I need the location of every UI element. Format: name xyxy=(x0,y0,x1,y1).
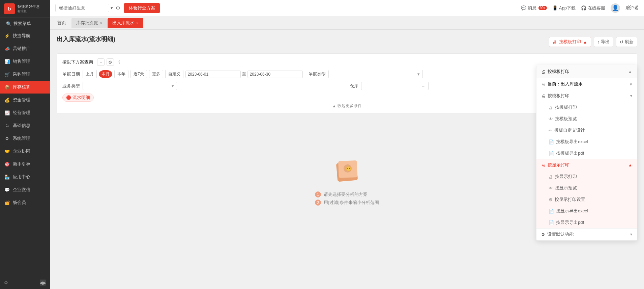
doc-type-label: 单据类型 xyxy=(308,71,326,77)
sidebar-collapse-btn[interactable]: ◀▶ xyxy=(40,280,46,286)
dropdown-item-display-excel[interactable]: 📄 按显示导出excel xyxy=(536,205,637,217)
item-preview-icon: 👁 xyxy=(549,116,553,122)
tip2-text: 用[过滤]条件来缩小分析范围 xyxy=(324,200,379,206)
display-section-header[interactable]: 🖨 按显示打印 ▲ xyxy=(536,159,637,171)
date-btn-last-month[interactable]: 上月 xyxy=(83,70,97,78)
warehouse-label: 仓库 xyxy=(350,83,358,89)
date-btn-more[interactable]: 更多 xyxy=(149,70,163,78)
sidebar-search[interactable]: 🔍 搜索菜单 xyxy=(0,18,50,29)
base-icon: 🗂 xyxy=(4,123,10,129)
sidebar-item-marketing[interactable]: 📣 营销推广 xyxy=(0,42,50,55)
sidebar-item-quick-nav[interactable]: ⚡ 快捷导航 xyxy=(0,29,50,42)
export-label: 导出 xyxy=(601,39,610,45)
dropdown-item-display-preview[interactable]: 👁 按显示预览 xyxy=(536,182,637,194)
sidebar-item-app-center[interactable]: 🏪 应用中心 xyxy=(0,170,50,183)
date-filter: 上月 本月 本年 近7天 更多 自定义 至 xyxy=(83,70,303,78)
sidebar-item-wechat[interactable]: 💬 企业微信 xyxy=(0,183,50,196)
workspace-input[interactable] xyxy=(55,4,109,12)
date-to-input[interactable] xyxy=(247,71,303,78)
display-section-icon: 🖨 xyxy=(541,163,546,168)
date-btn-7days[interactable]: 近7天 xyxy=(130,70,147,78)
dropdown-panel-collapse-btn[interactable]: ▲ xyxy=(628,69,632,74)
dropdown-item-template-custom[interactable]: ✏ 模板自定义设计 xyxy=(536,125,637,136)
refresh-btn[interactable]: ↺ 刷新 xyxy=(616,37,637,47)
close-tab-icon[interactable]: ✕ xyxy=(627,4,632,10)
dropdown-section-display: 🖨 按显示打印 ▲ 🖨 按显示打印 👁 按显示预览 ⚙ 按显示打印设置 xyxy=(536,159,637,229)
template-print-btn[interactable]: 🖨 按模板打印 ▲ xyxy=(549,37,591,47)
sidebar-item-sales[interactable]: 📊 销售管理 xyxy=(0,55,50,68)
messages-badge: 99+ xyxy=(538,6,547,10)
messages-label: 消息 xyxy=(528,5,536,11)
dropdown-item-template-pdf[interactable]: 📄 按模板导出pdf xyxy=(536,148,637,159)
tab-flow[interactable]: 出入库流水 × xyxy=(108,18,143,28)
logo-text: 畅捷通好生意 xyxy=(18,4,40,9)
purchase-icon: 🛒 xyxy=(4,71,10,77)
empty-tips: 1 请先选择要分析的方案 2 用[过滤]条件来缩小分析范围 xyxy=(315,191,379,208)
collapse-more-btn[interactable]: ▲ 收起更多条件 xyxy=(332,103,362,109)
maximize-icon[interactable]: ⤢ xyxy=(634,4,639,10)
search-settings-btn[interactable]: ⚙ xyxy=(107,58,114,66)
collab-icon: 🤝 xyxy=(4,148,10,154)
default-section-label: ⚙ 设置默认功能 xyxy=(541,231,574,237)
topbar-gear-icon[interactable]: ⚙ xyxy=(116,5,120,11)
sidebar-item-finance[interactable]: 💰 资金管理 xyxy=(0,94,50,106)
template-print-label: 按模板打印 xyxy=(559,39,581,45)
user-avatar[interactable]: 👤 xyxy=(611,3,620,13)
sidebar-item-operations[interactable]: 📈 经营管理 xyxy=(0,106,50,119)
sidebar-item-member[interactable]: 👑 畅会员 xyxy=(0,196,50,209)
filter-tag[interactable]: 🔴 流水明细 xyxy=(62,94,94,102)
item-excel-icon: 📄 xyxy=(549,139,554,144)
dropdown-item-display-pdf[interactable]: 📄 按显示导出pdf xyxy=(536,217,637,228)
batch-account-tab-close[interactable]: × xyxy=(100,21,102,25)
business-type-select[interactable]: ▾ xyxy=(83,82,177,90)
collapse-label: 收起更多条件 xyxy=(338,103,362,109)
avatar-icon: 👤 xyxy=(612,5,619,11)
sidebar-item-base[interactable]: 🗂 基础信息 xyxy=(0,119,50,132)
item-pdf-icon: 📄 xyxy=(549,151,554,156)
search-add-btn[interactable]: ＋ xyxy=(97,58,105,66)
page-title: 出入库流水(流水明细) xyxy=(57,35,115,43)
chevron-up-icon: ▲ xyxy=(583,40,587,45)
sidebar-item-system[interactable]: ⚙ 系统管理 xyxy=(0,132,50,145)
dropdown-item-display-print-settings[interactable]: ⚙ 按显示打印设置 xyxy=(536,194,637,205)
export-btn[interactable]: ↑ 导出 xyxy=(594,37,614,47)
date-separator: 至 xyxy=(242,71,246,77)
dropdown-item-display-print[interactable]: 🖨 按显示打印 xyxy=(536,171,637,182)
dropdown-item-template-preview[interactable]: 👁 按模板预览 xyxy=(536,113,637,125)
app-download-btn[interactable]: 📱 App下载 xyxy=(552,5,576,11)
date-btn-this-year[interactable]: 本年 xyxy=(114,70,128,78)
item-display-preview-icon: 👁 xyxy=(549,186,553,191)
date-btn-custom[interactable]: 自定义 xyxy=(165,70,183,78)
item-display-settings-icon: ⚙ xyxy=(549,197,553,202)
warehouse-select[interactable]: ··· xyxy=(361,82,429,90)
messages-btn[interactable]: 💬 消息 99+ xyxy=(521,5,547,11)
search-panel-collapse-btn[interactable]: 《 xyxy=(116,59,120,65)
sidebar-item-purchase[interactable]: 🛒 采购管理 xyxy=(0,68,50,81)
template-section-arrow: ▾ xyxy=(630,94,632,98)
dropdown-panel-header: 🖨 按模板打印 ▲ xyxy=(536,65,637,78)
customer-service-btn[interactable]: 🎧 在线客服 xyxy=(581,5,605,11)
tip1-text: 请先选择要分析的方案 xyxy=(324,191,368,198)
date-btn-this-month[interactable]: 本月 xyxy=(99,70,112,78)
sidebar-item-label: 畅会员 xyxy=(13,200,26,206)
sidebar-item-collab[interactable]: 🤝 企业协同 xyxy=(0,145,50,158)
tab-batch-account[interactable]: 库存批次账 × xyxy=(71,18,107,28)
dropdown-item-template-excel[interactable]: 📄 按模板导出excel xyxy=(536,136,637,148)
date-from-input[interactable] xyxy=(185,71,241,78)
trial-btn[interactable]: 体验行业方案 xyxy=(124,3,160,13)
search-area-label: 按以下方案查询 xyxy=(62,59,93,65)
default-section-header[interactable]: ⚙ 设置默认功能 ▾ xyxy=(536,229,637,240)
dropdown-item-template-print[interactable]: 🖨 按模板打印 xyxy=(536,102,637,113)
sidebar-item-inventory[interactable]: 📦 库存核算 xyxy=(0,81,50,94)
tab-home[interactable]: 首页 xyxy=(53,18,71,28)
template-section-header[interactable]: 🖨 按模板打印 ▾ xyxy=(536,90,637,102)
logo-area: b 畅捷通好生意 标准版 xyxy=(0,0,50,18)
current-dropdown-icon: ▾ xyxy=(630,82,632,87)
dropdown-current[interactable]: 🖨 当前：出入库流水 ▾ xyxy=(536,78,637,90)
doc-type-select[interactable]: ▾ xyxy=(328,70,423,78)
sidebar-item-guide[interactable]: 🎯 新手引导 xyxy=(0,158,50,170)
footer-settings-icon[interactable]: ⚙ xyxy=(4,280,8,285)
flow-tab-close[interactable]: × xyxy=(136,21,138,25)
chevron-up-icon: ▲ xyxy=(332,104,336,108)
workspace-dropdown-btn[interactable]: ▾ xyxy=(111,5,113,10)
